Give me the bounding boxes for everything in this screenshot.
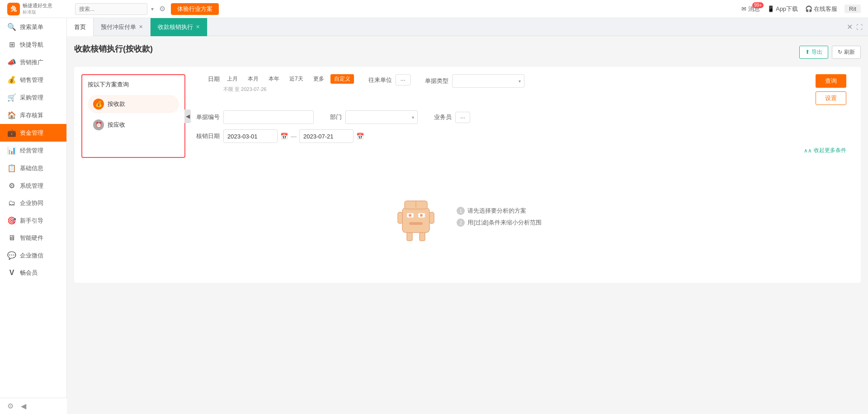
sidebar: 🔍 搜索菜单 ⊞ 快捷导航 📣 营销推广 💰 销售管理 🛒 采购管理 🏠 库存核… bbox=[0, 18, 67, 414]
export-btn[interactable]: ⬆ 导出 bbox=[799, 46, 828, 59]
sidebar-item-wechat[interactable]: 💬 企业微信 bbox=[0, 247, 66, 264]
dept-select-wrapper bbox=[345, 110, 418, 124]
svg-rect-9 bbox=[420, 233, 425, 241]
empty-hint-1: 请先选择要分析的方案 bbox=[467, 207, 526, 215]
tab-prepay-close[interactable]: ✕ bbox=[139, 24, 143, 30]
user-area[interactable]: Rit bbox=[844, 5, 861, 13]
tab-prepay-label: 预付冲应付单 bbox=[101, 23, 136, 31]
sidebar-item-member[interactable]: V 畅会员 bbox=[0, 264, 66, 281]
finance-icon: 💼 bbox=[7, 128, 16, 137]
close-tab-icon[interactable]: ✕ bbox=[847, 23, 853, 31]
collapse-label: 收起更多条件 bbox=[814, 147, 846, 154]
sidebar-item-search[interactable]: 🔍 搜索菜单 bbox=[0, 18, 66, 36]
settings-bottom-icon[interactable]: ⚙ bbox=[7, 402, 14, 410]
sidebar-item-hardware[interactable]: 🖥 智能硬件 bbox=[0, 229, 66, 247]
export-icon: ⬆ bbox=[805, 49, 810, 55]
tab-home-label: 首页 bbox=[74, 23, 86, 31]
action-btns: 查询 设置 bbox=[816, 74, 846, 105]
app-name: 畅捷通好生意 bbox=[23, 2, 52, 9]
sidebar-item-inventory[interactable]: 🏠 库存核算 bbox=[0, 106, 66, 124]
svg-rect-8 bbox=[407, 233, 412, 241]
verify-date-start[interactable] bbox=[223, 129, 278, 143]
empty-steps: 1 请先选择要分析的方案 2 用[过滤]条件来缩小分析范围 bbox=[457, 207, 541, 227]
svg-rect-7 bbox=[429, 212, 434, 224]
sidebar-item-system[interactable]: ⚙ 系统管理 bbox=[0, 177, 66, 195]
app-logo: 兔 畅捷通好生意 标准版 bbox=[7, 2, 71, 15]
online-service-label: 在线客服 bbox=[814, 5, 837, 13]
filter-panel-title: 按以下方案查询 bbox=[88, 81, 179, 89]
topbar-gear-icon[interactable]: ⚙ bbox=[159, 5, 165, 13]
sidebar-item-purchase[interactable]: 🛒 采购管理 bbox=[0, 89, 66, 106]
sidebar-label-inventory: 库存核算 bbox=[20, 111, 43, 119]
topbar-dropdown-arrow[interactable]: ▾ bbox=[151, 6, 154, 12]
refresh-btn[interactable]: ↻ 刷新 bbox=[832, 46, 861, 59]
date-quick-btns: 上月 本月 本年 近7天 更多 自定义 bbox=[223, 74, 354, 84]
collapse-sidebar-icon[interactable]: ◀ bbox=[21, 402, 26, 410]
sidebar-item-operations[interactable]: 📊 经营管理 bbox=[0, 142, 66, 159]
beginner-icon: 🎯 bbox=[7, 216, 16, 225]
svg-point-3 bbox=[409, 214, 411, 217]
dept-select[interactable] bbox=[345, 110, 418, 124]
sidebar-label-member: 畅会员 bbox=[20, 269, 38, 277]
btn-more-dates[interactable]: 更多 bbox=[310, 74, 328, 84]
online-service-btn[interactable]: 🎧 在线客服 bbox=[805, 5, 837, 13]
tab-home[interactable]: 首页 bbox=[67, 18, 94, 36]
collapse-more-btn[interactable]: ∧∧ 收起更多条件 bbox=[193, 143, 846, 158]
empty-step-2: 2 用[过滤]条件来缩小分析范围 bbox=[457, 219, 541, 227]
filter-by-receivable[interactable]: ⏰ 按应收 bbox=[88, 116, 179, 134]
industry-btn[interactable]: 体验行业方案 bbox=[171, 3, 219, 15]
query-btn[interactable]: 查询 bbox=[816, 74, 846, 88]
message-btn[interactable]: ✉ 消息 99+ bbox=[741, 5, 760, 13]
system-icon: ⚙ bbox=[7, 181, 16, 190]
custom-tag[interactable]: 自定义 bbox=[330, 74, 354, 84]
btn-this-month[interactable]: 本月 bbox=[244, 74, 262, 84]
cal-icon-end[interactable]: 📅 bbox=[356, 133, 364, 140]
sidebar-item-enterprise-collab[interactable]: 🗂 企业协同 bbox=[0, 195, 66, 212]
cal-icon-start[interactable]: 📅 bbox=[280, 133, 288, 140]
content-layout: 按以下方案查询 💰 按收款 ⏰ 按应收 ◀ 日期 bbox=[81, 74, 854, 158]
receivable-icon: ⏰ bbox=[93, 119, 104, 130]
query-row-2: 单据编号 部门 业务员 ··· bbox=[193, 110, 846, 124]
svg-rect-0 bbox=[402, 208, 429, 233]
app-name-area: 畅捷通好生意 标准版 bbox=[23, 2, 52, 15]
empty-state: 1 请先选择要分析的方案 2 用[过滤]条件来缩小分析范围 bbox=[81, 158, 854, 276]
verify-date-label: 核销日期 bbox=[193, 132, 220, 140]
tab-prepay[interactable]: 预付冲应付单 ✕ bbox=[94, 18, 151, 36]
app-download-btn[interactable]: 📱 App下载 bbox=[767, 5, 798, 13]
wechat-icon: 💬 bbox=[7, 251, 16, 260]
verify-date-end[interactable] bbox=[299, 129, 354, 143]
filter-by-collection[interactable]: 💰 按收款 bbox=[88, 95, 179, 113]
sidebar-item-marketing[interactable]: 📣 营销推广 bbox=[0, 53, 66, 71]
settings-btn[interactable]: 设置 bbox=[816, 91, 846, 105]
btn-last-month[interactable]: 上月 bbox=[223, 74, 241, 84]
topbar-search-input[interactable] bbox=[75, 3, 147, 15]
btn-last-7days[interactable]: 近7天 bbox=[286, 74, 307, 84]
sidebar-item-beginner[interactable]: 🎯 新手引导 bbox=[0, 212, 66, 229]
btn-this-year[interactable]: 本年 bbox=[265, 74, 283, 84]
bill-type-select[interactable] bbox=[452, 74, 524, 88]
message-icon: ✉ bbox=[741, 5, 746, 12]
empty-hint-2: 用[过滤]条件来缩小分析范围 bbox=[467, 219, 541, 227]
salesman-section: 业务员 ··· bbox=[434, 112, 470, 123]
empty-state-inner: 1 请先选择要分析的方案 2 用[过滤]条件来缩小分析范围 bbox=[393, 194, 541, 239]
maximize-icon[interactable]: ⛶ bbox=[856, 24, 863, 31]
salesman-btn[interactable]: ··· bbox=[455, 112, 470, 123]
sidebar-bottom: ⚙ ◀ bbox=[0, 398, 67, 414]
date-hint-row: 不限 至 2023-07-26 bbox=[193, 86, 354, 93]
page-title-area: 收款核销执行(按收款) ⬆ 导出 ↻ 刷新 bbox=[74, 43, 861, 61]
sidebar-item-sales[interactable]: 💰 销售管理 bbox=[0, 71, 66, 89]
sidebar-item-basic-info[interactable]: 📋 基础信息 bbox=[0, 159, 66, 177]
filter-panel: 按以下方案查询 💰 按收款 ⏰ 按应收 ◀ bbox=[81, 74, 185, 158]
sidebar-label-marketing: 营销推广 bbox=[20, 58, 43, 67]
sidebar-label-hardware: 智能硬件 bbox=[20, 234, 43, 242]
sidebar-label-quicknav: 快捷导航 bbox=[20, 41, 43, 49]
sidebar-item-finance[interactable]: 💼 资金管理 bbox=[0, 124, 66, 142]
tab-collection-close[interactable]: ✕ bbox=[196, 24, 200, 30]
sidebar-item-quicknav[interactable]: ⊞ 快捷导航 bbox=[0, 36, 66, 53]
bill-type-section: 单据类型 bbox=[425, 74, 524, 88]
bill-no-input[interactable] bbox=[223, 110, 314, 124]
empty-step-1: 1 请先选择要分析的方案 bbox=[457, 207, 541, 215]
panel-collapse-arrow[interactable]: ◀ bbox=[184, 109, 191, 123]
counter-party-btn[interactable]: ··· bbox=[396, 74, 410, 86]
tab-collection[interactable]: 收款核销执行 ✕ bbox=[151, 18, 208, 36]
